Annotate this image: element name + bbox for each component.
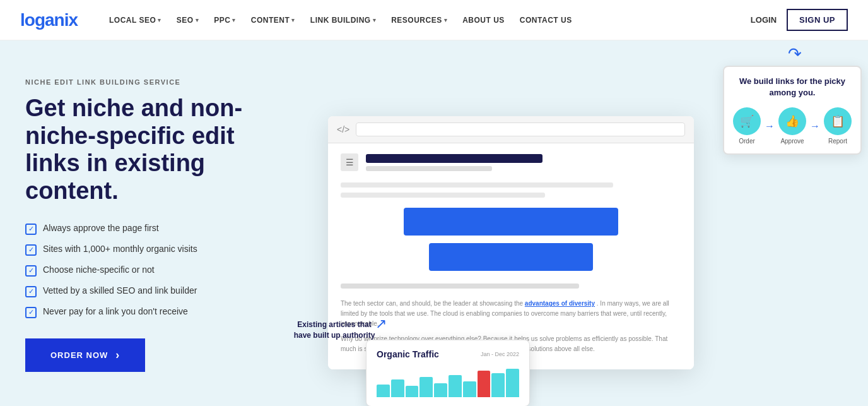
- code-icon: </>: [337, 124, 349, 134]
- chart-bar: [463, 381, 476, 397]
- content-line: [341, 182, 613, 188]
- organic-traffic-date: Jan - Dec 2022: [481, 351, 519, 357]
- list-item: ✓ Sites with 1,000+ monthly organic visi…: [25, 244, 290, 256]
- checkbox-icon: ✓: [25, 224, 37, 235]
- chart-bar: [419, 377, 433, 397]
- doc-title-area: [366, 154, 542, 171]
- tooltip-card: ↷ We build links for the picky among you…: [723, 66, 862, 155]
- chart-bar: [478, 371, 491, 397]
- approve-icon: 👍: [778, 107, 806, 135]
- list-item: ✓ Never pay for a link you don't receive: [25, 306, 290, 318]
- chevron-down-icon: ▾: [158, 17, 161, 23]
- callout-arrow-icon: ↗: [375, 316, 387, 332]
- step-approve: 👍 Approve: [778, 107, 806, 145]
- nav-item-resources[interactable]: RESOURCES ▾: [385, 11, 454, 30]
- chart-bar: [377, 385, 390, 397]
- chevron-down-icon: ▾: [444, 17, 448, 23]
- nav-item-contact-us[interactable]: CONTACT US: [513, 11, 578, 30]
- article-text-1: The tech sector can, and should, be the …: [341, 299, 681, 329]
- report-icon: 📋: [824, 107, 852, 135]
- checkbox-icon: ✓: [25, 307, 37, 318]
- doc-header-row: ☰: [341, 153, 681, 171]
- hero-right: ↷ We build links for the picky among you…: [328, 72, 843, 400]
- checkbox-icon: ✓: [25, 286, 37, 297]
- step-order: 🛒 Order: [733, 107, 761, 145]
- content-line: [341, 284, 579, 289]
- login-button[interactable]: LOGIN: [751, 15, 777, 25]
- logo-text: loganix: [20, 10, 78, 30]
- checkbox-icon: ✓: [25, 244, 37, 256]
- logo[interactable]: loganix: [20, 10, 78, 30]
- organic-traffic-title: Organic Traffic: [377, 349, 439, 359]
- navbar: loganix LOCAL SEO ▾ SEO ▾ PPC ▾ CONTENT …: [0, 0, 868, 40]
- organic-header: Organic Traffic Jan - Dec 2022: [377, 349, 519, 359]
- order-icon: 🛒: [733, 107, 761, 135]
- content-lines-2: [341, 284, 681, 289]
- tooltip-steps: 🛒 Order → 👍 Approve → 📋 Report: [734, 107, 850, 145]
- blue-bar-1: [404, 208, 618, 236]
- blue-bar-2: [429, 243, 593, 271]
- list-item: ✓ Choose niche-specific or not: [25, 265, 290, 277]
- chevron-down-icon: ▾: [291, 17, 295, 23]
- step-arrow-icon: →: [765, 121, 775, 132]
- curved-arrow-icon: ↷: [788, 44, 802, 64]
- doc-title-bar: [366, 154, 542, 163]
- chevron-down-icon: ▾: [196, 17, 199, 23]
- hero-left: NICHE EDIT LINK BUILDING SERVICE Get nic…: [25, 72, 290, 372]
- chart-bar: [449, 375, 462, 397]
- chart-bar: [434, 383, 447, 397]
- nav-links: LOCAL SEO ▾ SEO ▾ PPC ▾ CONTENT ▾ LINK B…: [103, 11, 751, 30]
- organic-traffic-card: Organic Traffic Jan - Dec 2022: [366, 340, 530, 406]
- chart-bar: [491, 373, 505, 397]
- nav-item-seo[interactable]: SEO ▾: [170, 11, 205, 30]
- chart-bar: [391, 379, 404, 397]
- nav-item-local-seo[interactable]: LOCAL SEO ▾: [103, 11, 168, 30]
- organic-traffic-chart: [377, 366, 519, 397]
- callout-label: Existing articles that have built up aut…: [293, 319, 375, 341]
- browser-body: ☰ The tech sector can, and should, be: [328, 143, 694, 369]
- nav-item-ppc[interactable]: PPC ▾: [208, 11, 242, 30]
- content-line: [341, 193, 545, 198]
- checklist: ✓ Always approve the page first ✓ Sites …: [25, 223, 290, 318]
- nav-item-content[interactable]: CONTENT ▾: [245, 11, 302, 30]
- list-item: ✓ Always approve the page first: [25, 223, 290, 235]
- chevron-down-icon: ▾: [232, 17, 236, 23]
- doc-subtitle-bar: [366, 166, 492, 171]
- checkbox-icon: ✓: [25, 265, 37, 277]
- nav-item-link-building[interactable]: LINK BUILDING ▾: [304, 11, 382, 30]
- document-icon: ☰: [341, 153, 358, 171]
- tooltip-speech: We build links for the picky among you.: [734, 76, 850, 99]
- list-item: ✓ Vetted by a skilled SEO and link build…: [25, 285, 290, 297]
- nav-right: LOGIN SIGN UP: [751, 9, 848, 31]
- step-arrow-icon: →: [810, 121, 820, 132]
- chart-bar: [406, 386, 419, 397]
- content-lines: [341, 182, 681, 198]
- chevron-down-icon: ▾: [373, 17, 377, 23]
- hero-title: Get niche and non-niche-specific edit li…: [25, 95, 290, 205]
- step-report: 📋 Report: [824, 107, 852, 145]
- signup-button[interactable]: SIGN UP: [787, 9, 848, 31]
- order-now-button[interactable]: ORDER NOW ›: [25, 338, 145, 372]
- browser-bar: </>: [328, 116, 694, 143]
- nav-item-about-us[interactable]: ABOUT US: [456, 11, 511, 30]
- hero-eyebrow: NICHE EDIT LINK BUILDING SERVICE: [25, 78, 290, 86]
- hero-section: NICHE EDIT LINK BUILDING SERVICE Get nic…: [0, 40, 868, 406]
- chart-bar: [506, 369, 519, 397]
- browser-url-bar: [356, 122, 685, 136]
- article-link[interactable]: advantages of diversity: [525, 300, 595, 307]
- browser-controls: </>: [337, 124, 349, 134]
